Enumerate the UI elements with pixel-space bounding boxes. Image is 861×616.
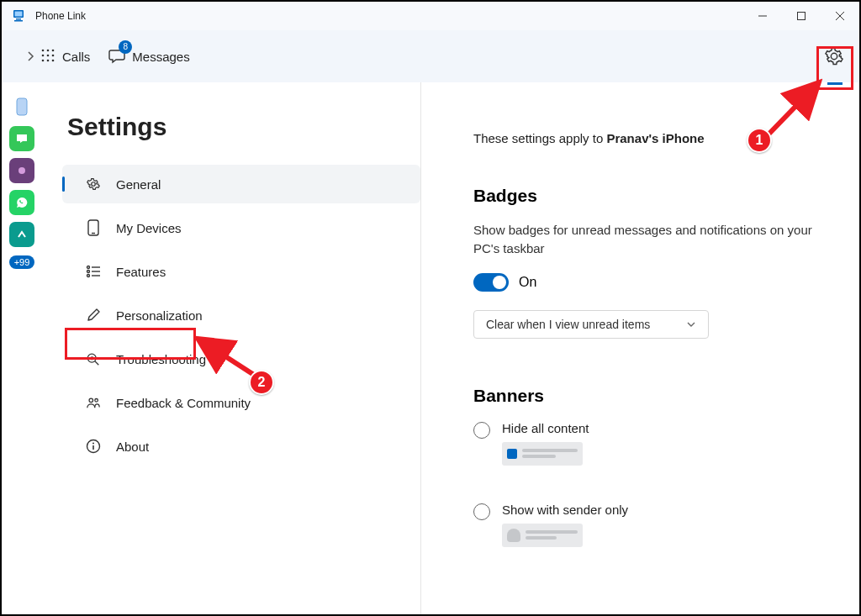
badges-description: Show badges for unread messages and noti… bbox=[473, 221, 817, 258]
minimize-button[interactable] bbox=[743, 2, 782, 30]
community-icon bbox=[86, 396, 101, 409]
settings-item-troubleshooting[interactable]: ? Troubleshooting bbox=[62, 340, 420, 378]
svg-rect-1 bbox=[15, 12, 23, 17]
svg-rect-5 bbox=[798, 13, 806, 20]
settings-item-label: Feedback & Community bbox=[116, 396, 251, 410]
back-button[interactable] bbox=[20, 46, 40, 66]
settings-item-feedback[interactable]: Feedback & Community bbox=[62, 383, 420, 422]
svg-rect-3 bbox=[14, 20, 23, 22]
svg-point-16 bbox=[52, 59, 55, 61]
svg-point-13 bbox=[52, 54, 55, 56]
close-button[interactable] bbox=[821, 2, 859, 30]
svg-point-14 bbox=[42, 59, 45, 61]
settings-item-personalization[interactable]: Personalization bbox=[62, 296, 420, 334]
titlebar: Phone Link bbox=[2, 2, 859, 30]
svg-point-23 bbox=[87, 271, 90, 273]
settings-nav: Settings General My Devices Features Per… bbox=[42, 82, 420, 614]
settings-item-about[interactable]: About bbox=[62, 427, 420, 466]
troubleshoot-icon: ? bbox=[86, 351, 101, 366]
rail-messages-icon[interactable] bbox=[9, 126, 34, 151]
option-label: Hide all content bbox=[502, 421, 589, 435]
settings-heading: Settings bbox=[67, 113, 420, 141]
toolbar: Calls 8 Messages bbox=[2, 30, 859, 82]
badges-toggle[interactable] bbox=[473, 273, 509, 292]
list-icon bbox=[86, 265, 101, 278]
dropdown-value: Clear when I view unread items bbox=[486, 318, 650, 331]
svg-point-34 bbox=[92, 443, 94, 445]
svg-point-9 bbox=[47, 49, 50, 51]
svg-rect-17 bbox=[17, 98, 27, 115]
annotation-step-1: 1 bbox=[747, 128, 772, 153]
svg-point-15 bbox=[47, 59, 50, 61]
rail-app-teal-icon[interactable] bbox=[9, 222, 34, 247]
settings-item-label: About bbox=[116, 440, 149, 454]
svg-point-25 bbox=[87, 275, 90, 277]
settings-item-label: My Devices bbox=[116, 221, 182, 235]
settings-item-label: Features bbox=[116, 265, 166, 279]
settings-content: These settings apply to Pranav's iPhone … bbox=[421, 82, 859, 614]
svg-text:?: ? bbox=[90, 355, 93, 362]
chat-icon: 8 bbox=[108, 47, 125, 66]
window-title: Phone Link bbox=[35, 10, 743, 22]
messages-badge: 8 bbox=[119, 40, 132, 54]
settings-item-general[interactable]: General bbox=[62, 165, 420, 203]
badges-clear-dropdown[interactable]: Clear when I view unread items bbox=[473, 310, 709, 339]
banner-option-sender-only[interactable]: Show with sender only bbox=[473, 503, 817, 547]
settings-item-label: Personalization bbox=[116, 308, 203, 323]
svg-point-31 bbox=[95, 399, 98, 403]
svg-point-12 bbox=[47, 54, 50, 56]
badges-heading: Badges bbox=[473, 186, 817, 206]
rail-overflow-badge[interactable]: +99 bbox=[9, 255, 35, 269]
gear-icon bbox=[86, 176, 101, 192]
svg-point-11 bbox=[42, 54, 45, 56]
nav-messages-label: Messages bbox=[132, 50, 189, 64]
nav-calls[interactable]: Calls bbox=[40, 48, 90, 66]
svg-point-8 bbox=[42, 49, 45, 51]
chevron-down-icon bbox=[686, 319, 696, 329]
banners-heading: Banners bbox=[473, 386, 817, 406]
banner-preview-hidden bbox=[502, 442, 583, 466]
svg-point-18 bbox=[18, 167, 25, 174]
device-rail: +99 bbox=[2, 82, 42, 614]
rail-app-purple-icon[interactable] bbox=[9, 158, 34, 183]
dialpad-icon bbox=[40, 48, 55, 66]
gear-icon bbox=[825, 47, 843, 66]
svg-line-28 bbox=[95, 361, 99, 366]
phone-icon bbox=[86, 219, 101, 236]
nav-calls-label: Calls bbox=[62, 50, 90, 64]
svg-point-21 bbox=[87, 266, 90, 269]
radio-icon bbox=[473, 503, 490, 520]
info-icon bbox=[86, 439, 101, 454]
settings-button[interactable] bbox=[821, 43, 848, 70]
settings-active-indicator bbox=[827, 82, 843, 85]
radio-icon bbox=[473, 422, 490, 439]
settings-item-label: Troubleshooting bbox=[116, 352, 206, 366]
rail-phone-icon[interactable] bbox=[9, 94, 34, 119]
rail-whatsapp-icon[interactable] bbox=[9, 190, 34, 215]
banner-preview-sender bbox=[502, 524, 583, 547]
settings-item-my-devices[interactable]: My Devices bbox=[62, 208, 420, 247]
svg-point-30 bbox=[89, 398, 93, 403]
svg-rect-2 bbox=[16, 18, 21, 20]
pen-icon bbox=[86, 308, 101, 323]
badges-toggle-state: On bbox=[519, 275, 536, 290]
annotation-step-2: 2 bbox=[249, 370, 274, 395]
maximize-button[interactable] bbox=[782, 2, 821, 30]
app-icon bbox=[12, 9, 25, 23]
settings-item-features[interactable]: Features bbox=[62, 252, 420, 291]
svg-point-10 bbox=[52, 49, 55, 51]
option-label: Show with sender only bbox=[502, 503, 628, 517]
settings-item-label: General bbox=[116, 177, 161, 192]
banner-option-hide-all[interactable]: Hide all content bbox=[473, 421, 817, 466]
nav-messages[interactable]: 8 Messages bbox=[108, 47, 189, 66]
